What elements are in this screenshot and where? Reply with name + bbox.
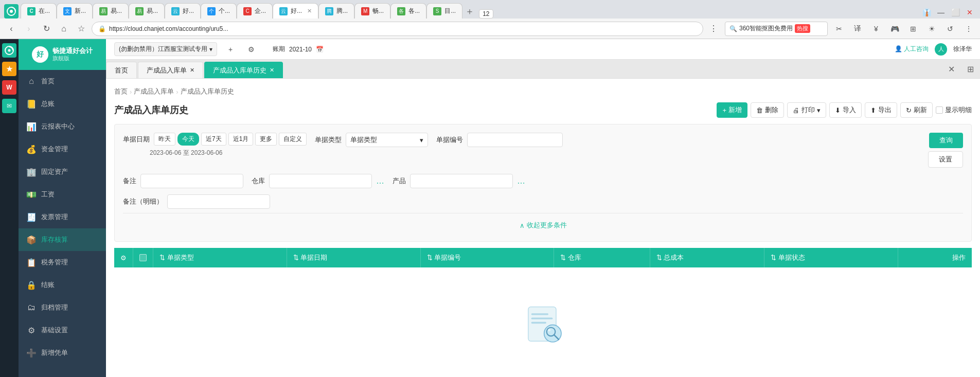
sidebar-item-close[interactable]: 🔒 结账 <box>19 274 106 296</box>
browser-tab-4[interactable]: 易 易... <box>129 3 165 19</box>
tab-panel-close-button[interactable]: ✕ <box>942 64 961 74</box>
search-bar[interactable]: 🔍 360智能抠图免费用 热搜 <box>725 22 828 36</box>
translate-icon[interactable]: 译 <box>850 22 865 36</box>
weibo-icon[interactable]: W <box>2 80 16 95</box>
warehouse-filter-input[interactable] <box>269 174 372 188</box>
page-tab-home[interactable]: 首页 <box>106 62 137 78</box>
window-minimize-button[interactable]: — <box>935 6 947 19</box>
user-avatar[interactable]: 人 <box>935 43 947 56</box>
table-col-status[interactable]: ⇅ 单据状态 <box>764 248 898 267</box>
bookmark-button[interactable]: ☆ <box>74 22 88 36</box>
mail-icon[interactable]: ✉ <box>2 99 16 113</box>
grid-icon[interactable]: ⊞ <box>906 22 920 36</box>
brightness-icon[interactable]: ☀ <box>924 22 939 36</box>
filter-settings-button[interactable]: 设置 <box>928 151 963 168</box>
type-filter-select[interactable]: 单据类型 ▾ <box>346 133 428 147</box>
refresh-button[interactable]: ↻ 刷新 <box>900 102 933 118</box>
sidebar-item-basic[interactable]: ⚙ 基础设置 <box>19 319 106 342</box>
date-today-btn[interactable]: 今天 <box>177 133 199 146</box>
tab-panel-expand-button[interactable]: ⊞ <box>961 64 980 74</box>
game-icon[interactable]: 🎮 <box>887 22 902 36</box>
show-fields-checkbox[interactable] <box>936 106 943 114</box>
tab-8-close-icon[interactable]: ✕ <box>307 8 312 14</box>
add-company-button[interactable]: + <box>223 42 238 57</box>
undo-icon[interactable]: ↺ <box>943 22 957 36</box>
window-restore-button[interactable]: ⬜ <box>949 6 961 19</box>
sidebar-logo[interactable]: 好 畅捷通好会计 旗舰版 <box>19 39 106 70</box>
page-tab-history-close-icon[interactable]: ✕ <box>270 67 274 74</box>
back-button[interactable]: ‹ <box>4 22 19 36</box>
refresh-button[interactable]: ↻ <box>39 22 54 36</box>
sidebar-item-inventory[interactable]: 📦 库存核算 <box>19 228 106 251</box>
sidebar-item-invoice[interactable]: 🧾 发票管理 <box>19 206 106 228</box>
new-button[interactable]: + 新增 <box>717 102 747 118</box>
date-yesterday-btn[interactable]: 昨天 <box>154 133 175 146</box>
browser-tab-2[interactable]: 文 新... <box>57 3 93 19</box>
print-button[interactable]: 🖨 打印 ▾ <box>787 102 826 118</box>
page-tab-history[interactable]: 产成品入库单历史 ✕ <box>204 62 283 78</box>
browser-tab-8[interactable]: 云 好... ✕ <box>273 3 318 19</box>
menu-icon[interactable]: ⋮ <box>961 22 976 36</box>
window-close-button[interactable]: ✕ <box>964 6 976 19</box>
sidebar-item-archive[interactable]: 🗂 归档管理 <box>19 296 106 319</box>
calendar-icon[interactable]: 📅 <box>316 46 324 53</box>
extensions-button[interactable]: ⋮ <box>706 22 721 36</box>
window-shirt-icon[interactable]: 👔 <box>920 6 933 19</box>
browser-tab-3[interactable]: 易 易... <box>93 3 129 19</box>
table-col-warehouse[interactable]: ⇅ 仓库 <box>554 248 650 267</box>
sidebar-item-home[interactable]: ⌂ 首页 <box>19 70 106 93</box>
note-filter-input[interactable] <box>140 174 243 188</box>
page-tab-inventory-list-close-icon[interactable]: ✕ <box>190 67 194 74</box>
export-button[interactable]: ⬆ 导出 <box>865 102 897 118</box>
browser-tab-7[interactable]: C 企... <box>237 3 273 19</box>
forward-button[interactable]: › <box>22 22 36 36</box>
app-icon-orange[interactable]: ★ <box>2 62 16 76</box>
browser-tab-9[interactable]: 腾 腾... <box>318 3 354 19</box>
sidebar-item-payroll[interactable]: 💵 工资 <box>19 183 106 206</box>
collapse-button[interactable]: ∧ 收起更多条件 <box>123 218 963 233</box>
select-all-checkbox[interactable] <box>139 254 147 261</box>
import-button[interactable]: ⬇ 导入 <box>829 102 862 118</box>
home-button[interactable]: ⌂ <box>57 22 71 36</box>
sidebar-item-fixed-assets[interactable]: 🏢 固定资产 <box>19 160 106 183</box>
table-gear-header[interactable]: ⚙ <box>114 248 133 267</box>
table-col-number[interactable]: ⇅ 单据编号 <box>420 248 554 267</box>
page-tab-inventory-list[interactable]: 产成品入库单 ✕ <box>138 62 203 78</box>
date-custom-btn[interactable]: 自定义 <box>279 133 307 146</box>
date-more-btn[interactable]: 更多 <box>255 133 277 146</box>
app-icon-green[interactable] <box>2 43 16 58</box>
new-tab-button[interactable]: ＋ <box>462 4 477 19</box>
date-7days-btn[interactable]: 近7天 <box>201 133 226 146</box>
company-settings-button[interactable]: ⚙ <box>244 42 258 57</box>
product-filter-input[interactable] <box>410 174 513 188</box>
table-col-date[interactable]: ⇅ 单据日期 <box>287 248 420 267</box>
browser-tab-10[interactable]: M 畅... <box>354 3 390 19</box>
number-filter-input[interactable] <box>467 133 563 147</box>
query-button[interactable]: 查询 <box>929 133 963 148</box>
sidebar-item-new-bill[interactable]: ➕ 新增凭单 <box>19 342 106 364</box>
breadcrumb-list[interactable]: 产成品入库单 <box>134 87 174 96</box>
browser-tab-1[interactable]: C 在... <box>21 3 57 19</box>
sidebar-item-reports[interactable]: 📊 云报表中心 <box>19 115 106 138</box>
product-more-icon[interactable]: … <box>517 176 525 186</box>
sidebar-item-funds[interactable]: 💰 资金管理 <box>19 138 106 160</box>
url-bar[interactable]: 🔒 https://cloud.chanjet.com/accounting/u… <box>92 22 703 36</box>
company-selector[interactable]: (勿删勿禁用）江西服宝测试专用 ▾ <box>114 42 217 56</box>
browser-tab-11[interactable]: 各 各... <box>390 3 426 19</box>
note-detail-filter-input[interactable] <box>167 194 270 209</box>
delete-button[interactable]: 🗑 删除 <box>751 102 784 118</box>
table-col-type[interactable]: ⇅ 单据类型 <box>153 248 287 267</box>
table-col-cost[interactable]: ⇅ 总成本 <box>650 248 764 267</box>
browser-tab-12[interactable]: S 目... <box>426 3 462 19</box>
browser-icon[interactable] <box>4 4 19 19</box>
warehouse-more-icon[interactable]: … <box>376 176 384 186</box>
sidebar-item-tax[interactable]: 📋 税务管理 <box>19 251 106 274</box>
browser-tab-5[interactable]: 云 好... <box>165 3 201 19</box>
browser-tab-6[interactable]: 个 个... <box>201 3 237 19</box>
breadcrumb-home[interactable]: 首页 <box>114 87 128 96</box>
table-checkbox-header[interactable] <box>133 248 153 267</box>
currency-icon[interactable]: ¥ <box>869 22 883 36</box>
user-service-link[interactable]: 👤 人工咨询 <box>895 45 929 53</box>
date-1month-btn[interactable]: 近1月 <box>228 133 254 146</box>
sidebar-item-ledger[interactable]: 📒 总账 <box>19 93 106 115</box>
